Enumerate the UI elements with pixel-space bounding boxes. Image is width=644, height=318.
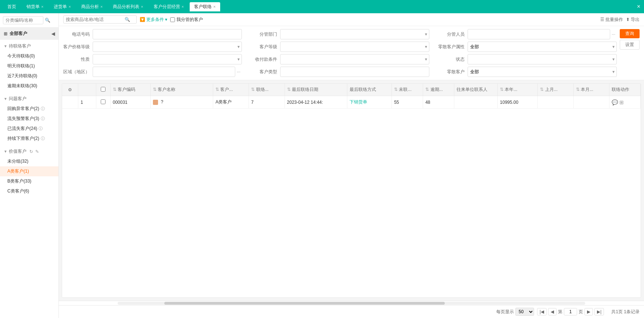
pagination-nav: |◀ ◀ 第 页 ▶ ▶| <box>537 308 604 315</box>
th-overdue[interactable]: ⇅ 逾期... <box>423 84 454 96</box>
th-contact[interactable]: ⇅ 联络... <box>249 84 285 96</box>
close-goods-analysis-list-tab[interactable]: × <box>141 4 143 9</box>
tab-goods-analysis-list[interactable]: 商品分析列表 × <box>108 2 147 11</box>
th-code[interactable]: ⇅ 客户编码 <box>110 84 150 96</box>
sidebar-item-class-a[interactable]: A类客户(1) <box>0 166 58 176</box>
export-button[interactable]: ⬆ 导出 <box>626 17 640 23</box>
retail-customer-select[interactable]: 全部 <box>468 67 617 77</box>
td-unit-contact <box>454 96 498 109</box>
per-page-select[interactable]: 50 100 <box>515 308 534 316</box>
sidebar-item-tomorrow-pending[interactable]: 明天待联络(1) <box>0 61 58 71</box>
sort-icon8: ⇅ <box>500 87 504 92</box>
close-sales-tab[interactable]: × <box>41 4 43 9</box>
customer-grade-select[interactable] <box>280 42 429 52</box>
td-code: 000031 <box>110 96 150 109</box>
close-customer-segment-tab[interactable]: × <box>182 4 184 9</box>
sidebar-item-churned[interactable]: 已流失客户(24) ⓘ <box>0 124 58 134</box>
sidebar-item-class-c[interactable]: C类客户(6) <box>0 186 58 196</box>
first-page-button[interactable]: |◀ <box>537 308 547 315</box>
th-name[interactable]: ⇅ 客户名称 <box>151 84 213 96</box>
sidebar-search-icon[interactable]: 🔍 <box>45 18 50 23</box>
last-page-button[interactable]: ▶| <box>594 308 604 315</box>
th-grade[interactable]: ⇅ 客户... <box>213 84 249 96</box>
phone-input[interactable] <box>93 29 242 39</box>
settings-gear-icon[interactable]: ⚙ <box>68 87 72 92</box>
filter-search-box: 🔍 <box>63 15 137 24</box>
filter-btn-group: 查询 设置 <box>620 29 640 77</box>
row-checkbox[interactable] <box>101 99 105 104</box>
customer-type-input[interactable] <box>280 67 429 77</box>
my-customers-checkbox[interactable]: 我分管的客户 <box>170 17 203 23</box>
retail-attr-select[interactable]: 全部 <box>468 42 617 52</box>
last-method-link[interactable]: 下销货单 <box>350 99 367 105</box>
tab-home[interactable]: 首页 <box>3 2 21 11</box>
manager-input[interactable] <box>468 29 610 39</box>
sidebar-item-overdue-pending[interactable]: 逾期未联络(30) <box>0 81 58 91</box>
sidebar-item-churn-warning[interactable]: 流失预警客户(3) ⓘ <box>0 114 58 124</box>
query-button[interactable]: 查询 <box>620 29 640 38</box>
filter-customer-type: 客户类型 <box>251 67 429 77</box>
prev-page-button[interactable]: ◀ <box>548 308 557 315</box>
section-pending-title[interactable]: ▼ 待联络客户 <box>0 41 58 51</box>
my-customers-check[interactable] <box>170 17 175 22</box>
th-last-date[interactable]: ⇅ 最后联络日期 <box>285 84 347 96</box>
close-customer-contact-tab[interactable]: × <box>213 4 215 9</box>
per-page-control: 每页显示 50 100 <box>496 308 534 316</box>
qrcode-icon[interactable]: ⊞ <box>619 99 624 105</box>
th-last-method[interactable]: 最后联络方式 <box>347 84 392 96</box>
tab-sales[interactable]: 销货单 × <box>22 2 48 11</box>
tab-customer-contact[interactable]: 客户联络 × <box>190 2 220 11</box>
region-input[interactable] <box>93 67 235 77</box>
sidebar-item-ungrouped[interactable]: 未分组(32) <box>0 156 58 166</box>
filter-search-icon[interactable]: 🔍 <box>125 17 130 22</box>
tab-goods-analysis[interactable]: 商品分析 × <box>77 2 107 11</box>
th-this-year[interactable]: ⇅ 本年... <box>498 84 538 96</box>
filter-row-1: 电话号码 分管部门 ▾ <box>63 29 617 39</box>
payment-select[interactable] <box>280 54 429 64</box>
next-page-button[interactable]: ▶ <box>584 308 593 315</box>
region-label: 区域（地区） <box>63 69 93 75</box>
tab-purchase[interactable]: 进货单 × <box>49 2 75 11</box>
close-goods-analysis-tab[interactable]: × <box>100 4 103 9</box>
th-last-month[interactable]: ⇅ 上月... <box>538 84 573 96</box>
more-filters-button[interactable]: 🔽 更多条件 ▾ <box>140 17 167 23</box>
sidebar-all-customers[interactable]: ⊞ 全部客户 ◀ <box>0 28 58 40</box>
close-purchase-tab[interactable]: × <box>68 4 71 9</box>
sidebar-item-7days-pending[interactable]: 近7天待联络(0) <box>0 71 58 81</box>
region-dots-btn[interactable]: ··· <box>235 69 242 74</box>
dept-select[interactable] <box>280 29 429 39</box>
sidebar-item-class-b[interactable]: B类客户(33) <box>0 176 58 186</box>
th-check[interactable] <box>96 84 110 96</box>
sidebar-item-repurchase-abnormal[interactable]: 回购异常客户(2) ⓘ <box>0 104 58 114</box>
main-layout: 🔍 ⊞ 全部客户 ◀ ▼ 待联络客户 今天待联络(0) 明天待联络(1) 近7天… <box>0 13 644 318</box>
edit-icon[interactable]: ✎ <box>35 149 39 154</box>
payment-label: 收付款条件 <box>251 56 280 63</box>
horizontal-scrollbar-thumb[interactable] <box>164 302 445 305</box>
td-check[interactable] <box>96 96 110 109</box>
th-settings[interactable]: ⚙ <box>62 84 78 96</box>
tab-customer-segment[interactable]: 客户分层经营 × <box>149 2 188 11</box>
filter-search-input[interactable] <box>66 17 125 22</box>
th-this-month[interactable]: ⇅ 本月... <box>573 84 609 96</box>
settings-button[interactable]: 设置 <box>620 40 640 50</box>
sidebar-search-input[interactable] <box>3 16 43 24</box>
status-select[interactable] <box>468 54 617 64</box>
manager-dots-btn[interactable]: ··· <box>610 32 617 37</box>
page-number-input[interactable] <box>564 308 577 315</box>
section-value-title[interactable]: ▼ 价值客户 ↻ ✎ <box>0 146 58 156</box>
refresh-icon[interactable]: ↻ <box>29 149 33 154</box>
retail-customer-label: 零散客户 <box>438 69 468 75</box>
sidebar-item-declining[interactable]: 持续下滑客户(2) ⓘ <box>0 134 58 144</box>
nature-select[interactable] <box>93 54 242 64</box>
sidebar-item-today-pending[interactable]: 今天待联络(0) <box>0 51 58 61</box>
comment-icon[interactable]: 💬 <box>612 99 618 105</box>
price-grade-select[interactable] <box>93 42 242 52</box>
th-no-contact[interactable]: ⇅ 未联... <box>392 84 423 96</box>
horizontal-scrollbar-track[interactable] <box>118 302 585 305</box>
batch-operation-button[interactable]: ☰ 批量操作 <box>600 17 623 23</box>
section-problem-title[interactable]: ▼ 问题客户 <box>0 94 58 104</box>
th-unit-contact[interactable]: 往来单位联系人 <box>454 84 498 96</box>
select-all-checkbox[interactable] <box>101 87 105 92</box>
sidebar: 🔍 ⊞ 全部客户 ◀ ▼ 待联络客户 今天待联络(0) 明天待联络(1) 近7天… <box>0 13 59 318</box>
top-close-button[interactable]: × <box>637 3 640 10</box>
